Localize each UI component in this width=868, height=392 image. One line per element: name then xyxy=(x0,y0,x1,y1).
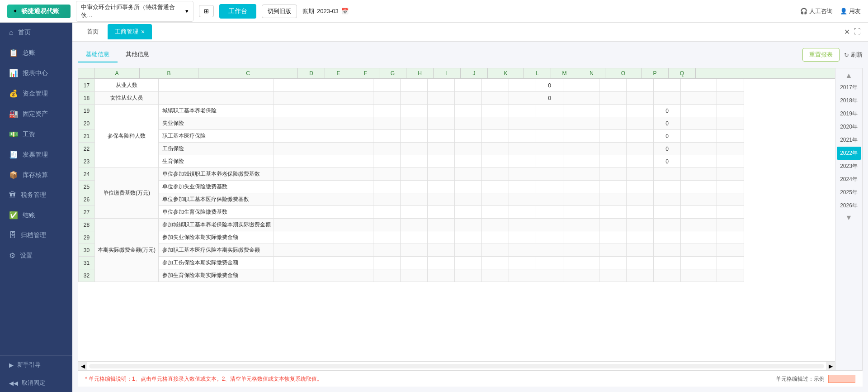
close-window-button[interactable]: ✕ xyxy=(844,28,850,36)
table-row: 18女性从业人员0 xyxy=(79,92,771,105)
refresh-button[interactable]: ↻ 刷新 xyxy=(844,48,863,62)
col-header-d: D xyxy=(298,68,325,78)
year-scroll-up[interactable]: ▲ xyxy=(842,70,856,81)
inventory-icon: 📦 xyxy=(9,171,18,179)
year-item[interactable]: 2026年 xyxy=(837,199,861,212)
table-row: 30参加职工基本医疗保险本期实际缴费金额 xyxy=(79,244,771,257)
table-row: 28本期实际缴费金额(万元)参加城镇职工基本养老保险本期实际缴费金额 xyxy=(79,219,771,231)
funds-icon: 💰 xyxy=(9,89,18,98)
scroll-left-button[interactable]: ◀ xyxy=(78,362,87,371)
col-header-g: G xyxy=(379,68,406,78)
tab-close-button[interactable]: × xyxy=(141,28,145,35)
sidebar-label-payroll: 工资 xyxy=(23,130,35,139)
scroll-right-button[interactable]: ▶ xyxy=(826,362,835,371)
sidebar-item-unpin[interactable]: ◀◀ 取消固定 xyxy=(0,374,72,392)
sub-tab-actions: 重置报表 ↻ 刷新 xyxy=(802,48,863,62)
sub-tab-basic[interactable]: 基础信息 xyxy=(78,47,118,62)
table-row: 31参加工伤保险本期实际缴费金额 xyxy=(79,257,771,269)
ledger-icon: 📋 xyxy=(9,48,18,57)
sidebar-item-home[interactable]: ⌂ 首页 xyxy=(0,23,72,43)
sidebar-item-ledger[interactable]: 📋 总账 xyxy=(0,43,72,63)
spreadsheet-wrapper: A B C D E F G H I J K L M N O xyxy=(78,68,863,371)
logo-area: ✦ 畅捷通易代账 xyxy=(7,5,71,18)
year-item[interactable]: 2019年 xyxy=(837,107,861,120)
year-item[interactable]: 2018年 xyxy=(837,94,861,107)
col-header-j: J xyxy=(461,68,488,78)
sub-tabs-area: 基础信息 其他信息 重置报表 ↻ 刷新 xyxy=(78,47,863,62)
scroll-track[interactable] xyxy=(89,364,824,368)
sidebar-label-inventory: 库存核算 xyxy=(23,171,48,179)
sidebar-item-closing[interactable]: ✅ 结账 xyxy=(0,205,72,225)
sidebar-item-payroll[interactable]: 💵 工资 xyxy=(0,124,72,144)
year-item[interactable]: 2022年 xyxy=(837,147,861,160)
year-item[interactable]: 2021年 xyxy=(837,134,861,147)
payroll-icon: 💵 xyxy=(9,130,18,139)
year-item[interactable]: 2017年 xyxy=(837,81,861,94)
header-right: 🎧 人工咨询 👤 用友 xyxy=(800,7,861,15)
table-row: 27单位参加生育保险缴费基数 xyxy=(79,206,771,219)
col-header-e: E xyxy=(325,68,352,78)
headset-icon: 🎧 xyxy=(800,8,807,14)
tab-home[interactable]: 首页 xyxy=(80,24,106,39)
sidebar-item-archive[interactable]: 🗄 归档管理 xyxy=(0,225,72,245)
chevron-down-icon: ▾ xyxy=(185,8,189,14)
sidebar-label-reports: 报表中心 xyxy=(23,69,48,77)
horizontal-scrollbar[interactable]: ◀ ▶ xyxy=(78,361,835,370)
archive-button[interactable]: ⊞ xyxy=(199,5,214,17)
table-row: 32参加生育保险本期实际缴费金额 xyxy=(79,269,771,282)
main-layout: ⌂ 首页 📋 总账 📊 报表中心 💰 资金管理 🏭 固定资产 💵 工资 🧾 发票… xyxy=(0,23,868,392)
year-item[interactable]: 2024年 xyxy=(837,173,861,186)
col-header-f: F xyxy=(352,68,379,78)
table-row: 29参加失业保险本期实际缴费金额 xyxy=(79,231,771,244)
archive-mgmt-icon: 🗄 xyxy=(9,231,16,239)
sidebar-label-archive: 归档管理 xyxy=(21,231,46,239)
play-icon: ▶ xyxy=(9,362,14,368)
sidebar-item-reports[interactable]: 📊 报表中心 xyxy=(0,63,72,83)
table-row: 23生育保险0 xyxy=(79,155,771,168)
top-header: ✦ 畅捷通易代账 中审众环会计师事务所（特殊普通合伙… ▾ ⊞ 工作台 切到旧版… xyxy=(0,0,868,23)
company-name: 中审众环会计师事务所（特殊普通合伙… xyxy=(81,3,184,19)
year-scroll-down[interactable]: ▼ xyxy=(842,212,856,223)
example-cell xyxy=(828,375,855,383)
sidebar-item-guide[interactable]: ▶ 新手引导 xyxy=(0,356,72,374)
assets-icon: 🏭 xyxy=(9,110,18,118)
sidebar-label-closing: 结账 xyxy=(23,211,35,220)
calendar-icon[interactable]: 📅 xyxy=(341,8,349,14)
year-item[interactable]: 2023年 xyxy=(837,160,861,173)
unpin-label: 取消固定 xyxy=(22,379,45,387)
sidebar-item-funds[interactable]: 💰 资金管理 xyxy=(0,83,72,104)
sidebar-item-tax[interactable]: 🏛 税务管理 xyxy=(0,185,72,205)
corner-cell xyxy=(78,68,94,78)
col-header-q: Q xyxy=(669,68,696,78)
workbench-button[interactable]: 工作台 xyxy=(219,4,256,19)
year-item[interactable]: 2025年 xyxy=(837,186,861,199)
period-value: 2023-03 xyxy=(317,8,339,14)
data-table: 17从业人数018女性从业人员019参保各险种人数城镇职工基本养老保险020失业… xyxy=(78,79,771,282)
logo-text: 畅捷通易代账 xyxy=(21,7,59,15)
window-controls: ✕ ⛶ xyxy=(844,28,861,36)
content-area: 首页 工商管理 × ✕ ⛶ 基础信息 其他信息 重置报表 xyxy=(72,23,868,392)
sidebar-label-funds: 资金管理 xyxy=(23,90,48,98)
year-item[interactable]: 2020年 xyxy=(837,120,861,134)
tab-commerce[interactable]: 工商管理 × xyxy=(108,24,152,39)
maximize-window-button[interactable]: ⛶ xyxy=(854,28,861,36)
sidebar-bottom: ▶ 新手引导 ◀◀ 取消固定 xyxy=(0,355,72,392)
switch-version-button[interactable]: 切到旧版 xyxy=(262,5,297,18)
spreadsheet-main: A B C D E F G H I J K L M N O xyxy=(78,68,835,370)
tab-bar: 首页 工商管理 × ✕ ⛶ xyxy=(72,23,868,42)
example-label: 单元格编辑过：示例 xyxy=(776,375,825,383)
consult-button[interactable]: 🎧 人工咨询 xyxy=(800,7,833,15)
sidebar-item-assets[interactable]: 🏭 固定资产 xyxy=(0,104,72,124)
col-header-a: A xyxy=(94,68,140,78)
sidebar-item-settings[interactable]: ⚙ 设置 xyxy=(0,245,72,266)
table-row: 17从业人数0 xyxy=(79,79,771,92)
footer-note: * 单元格编辑说明：1、点击单元格直接录入数值或文本。2、清空单元格数值或文本恢… xyxy=(78,371,863,387)
sidebar-item-invoice[interactable]: 🧾 发票管理 xyxy=(0,144,72,165)
sidebar-item-inventory[interactable]: 📦 库存核算 xyxy=(0,165,72,185)
tax-icon: 🏛 xyxy=(9,191,16,199)
user-area[interactable]: 👤 用友 xyxy=(840,7,861,15)
reset-report-button[interactable]: 重置报表 xyxy=(802,48,840,62)
company-selector[interactable]: 中审众环会计师事务所（特殊普通合伙… ▾ xyxy=(76,1,193,22)
report-icon: 📊 xyxy=(9,69,18,77)
sub-tab-other[interactable]: 其他信息 xyxy=(118,47,157,62)
